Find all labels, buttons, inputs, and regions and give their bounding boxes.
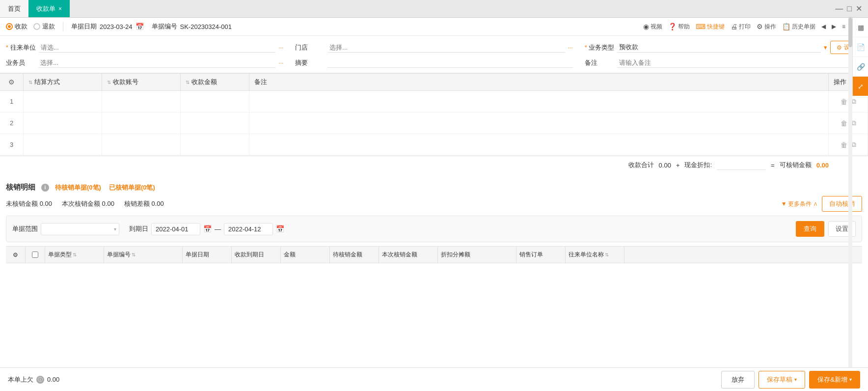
row-3-amount[interactable] (181, 134, 249, 155)
sort-account-icon[interactable]: ⇅ (107, 80, 111, 85)
discount-input[interactable] (717, 160, 766, 170)
summary-input[interactable] (327, 58, 572, 68)
more-conditions-btn[interactable]: ▼ 更多条件 ∧ (781, 200, 818, 208)
clear-diff-label: 核销差额 0.00 (124, 199, 164, 208)
window-controls: — □ ✕ (835, 4, 868, 13)
row-1-settlement[interactable] (24, 91, 102, 112)
prev-value: 0.00 (47, 376, 59, 383)
table-gear-icon[interactable]: ⚙ (8, 78, 15, 86)
tab-bar: 首页 收款单 × — □ ✕ (0, 0, 868, 18)
staff-more-icon[interactable]: ··· (278, 59, 283, 66)
sub-th-this-clear: 本次核销金额 (379, 247, 438, 263)
counterpart-field: 往来单位 ··· (6, 41, 283, 54)
minimize-button[interactable]: — (835, 4, 843, 13)
setting-icon: ⚙ (837, 44, 842, 51)
table-header: ⚙ ⇅ 结算方式 ⇅ 收款账号 ⇅ 收款金额 备注 操作 (0, 73, 868, 91)
scroll-thumb[interactable] (848, 18, 852, 47)
query-button[interactable]: 查询 (796, 221, 824, 237)
video-action[interactable]: ◉ 视频 (643, 23, 662, 31)
row-3-remark[interactable] (249, 134, 829, 155)
date-to-icon[interactable]: 📅 (276, 225, 284, 233)
maximize-button[interactable]: □ (847, 4, 852, 13)
row-2-account[interactable] (102, 112, 181, 134)
staff-input[interactable] (38, 58, 275, 68)
counterpart-input[interactable] (39, 43, 276, 53)
operation-label: 操作 (764, 23, 776, 31)
refund-radio-circle (33, 23, 40, 30)
auto-clear-button[interactable]: 自动核销 (822, 196, 862, 212)
th-gear[interactable]: ⚙ (0, 74, 24, 90)
number-label: 单据编号 (152, 22, 177, 31)
th-account-label: 收款账号 (113, 78, 138, 86)
shortcut-action[interactable]: ⌨ 快捷键 (696, 23, 725, 31)
row-2-settlement[interactable] (24, 112, 102, 134)
video-label: 视频 (651, 23, 662, 31)
sort-amount-icon[interactable]: ⇅ (186, 80, 190, 85)
row-1-delete-icon[interactable]: 🗑 (841, 98, 847, 106)
row-3-settlement[interactable] (24, 134, 102, 155)
tab-home[interactable]: 首页 (0, 0, 28, 17)
tab-close-icon[interactable]: × (58, 5, 62, 12)
select-all-checkbox[interactable] (32, 251, 38, 258)
nav-next-icon[interactable]: ▶ (832, 23, 836, 30)
tab-receipt[interactable]: 收款单 × (28, 0, 70, 17)
sort-settlement-icon[interactable]: ⇅ (28, 80, 32, 85)
range-select[interactable] (41, 223, 119, 235)
date-from-icon[interactable]: 📅 (203, 225, 212, 233)
sidebar-doc-icon[interactable]: 📄 (853, 37, 868, 57)
save-new-chevron-icon: ▾ (849, 377, 852, 382)
row-1-amount[interactable] (181, 91, 249, 112)
discard-button[interactable]: 放弃 (721, 371, 755, 389)
table-row: 1 🗑 ⧉ (0, 91, 868, 112)
filter-icon: ▼ (781, 200, 787, 207)
row-3-delete-icon[interactable]: 🗑 (841, 141, 847, 149)
business-type-dropdown-icon[interactable]: ▾ (824, 44, 827, 51)
store-input[interactable] (327, 43, 565, 53)
nav-prev-icon[interactable]: ◀ (821, 23, 826, 30)
pending-tab-link[interactable]: 待核销单据(0笔) (55, 183, 101, 192)
help-action[interactable]: ❓ 帮助 (668, 23, 690, 31)
business-type-input[interactable] (617, 43, 821, 53)
row-2-amount[interactable] (181, 112, 249, 134)
operation-action[interactable]: ⚙ 操作 (757, 23, 776, 31)
print-action[interactable]: 🖨 打印 (731, 23, 751, 31)
sidebar-attach-icon[interactable]: 🔗 (853, 57, 868, 77)
scroll-bar-area[interactable] (848, 18, 852, 367)
sidebar-expand-icon[interactable]: ⤢ (853, 77, 868, 96)
view-list-icon[interactable]: ≡ (842, 23, 845, 30)
right-sidebar: ▦ 📄 🔗 ⤢ (852, 18, 868, 96)
date-picker-icon[interactable]: 📅 (136, 23, 144, 30)
refund-radio[interactable]: 退款 (33, 22, 55, 31)
number-field: 单据编号 SK-20230324-001 (152, 22, 232, 31)
row-1-remark[interactable] (249, 91, 829, 112)
reconcile-info-icon[interactable]: i (41, 184, 49, 192)
date-from-input[interactable] (151, 223, 200, 235)
bottom-bar: 本单上欠 ⓘ 0.00 放弃 保存草稿 ▾ 保存&新增 ▾ (0, 367, 868, 391)
sub-th-checkbox[interactable] (26, 247, 45, 263)
save-draft-button[interactable]: 保存草稿 ▾ (759, 371, 805, 389)
close-button[interactable]: ✕ (856, 4, 862, 13)
date-to-input[interactable] (224, 223, 273, 235)
prev-info-icon[interactable]: ⓘ (36, 376, 44, 384)
sub-th-gear[interactable]: ⚙ (6, 247, 26, 263)
sidebar-table-icon[interactable]: ▦ (853, 18, 868, 37)
clear-diff-value: 0.00 (152, 200, 164, 207)
store-more-icon[interactable]: ··· (568, 44, 573, 51)
save-new-button[interactable]: 保存&新增 ▾ (809, 371, 860, 389)
remark-input[interactable] (617, 58, 862, 68)
row-2-remark[interactable] (249, 112, 829, 134)
completed-tab-link[interactable]: 已核销单据(0笔) (109, 183, 155, 192)
history-action[interactable]: 📋 历史单据 (782, 23, 815, 31)
receipt-radio[interactable]: 收款 (6, 22, 27, 31)
row-1-account[interactable] (102, 91, 181, 112)
form-toolbar: 收款 退款 单据日期 2023-03-24 📅 单据编号 SK-20230324… (0, 18, 868, 36)
sort-bill-type-icon[interactable]: ⇅ (73, 252, 77, 257)
sort-bill-no-icon[interactable]: ⇅ (132, 252, 136, 257)
counterpart-more-icon[interactable]: ··· (278, 44, 283, 51)
sub-th-bill-date-label: 单据日期 (186, 251, 209, 259)
row-3-account[interactable] (102, 134, 181, 155)
row-2-delete-icon[interactable]: 🗑 (841, 119, 847, 127)
th-remark-label: 备注 (254, 78, 267, 86)
receipt-radio-label: 收款 (15, 22, 27, 31)
sort-counterpart-icon[interactable]: ⇅ (605, 252, 609, 257)
